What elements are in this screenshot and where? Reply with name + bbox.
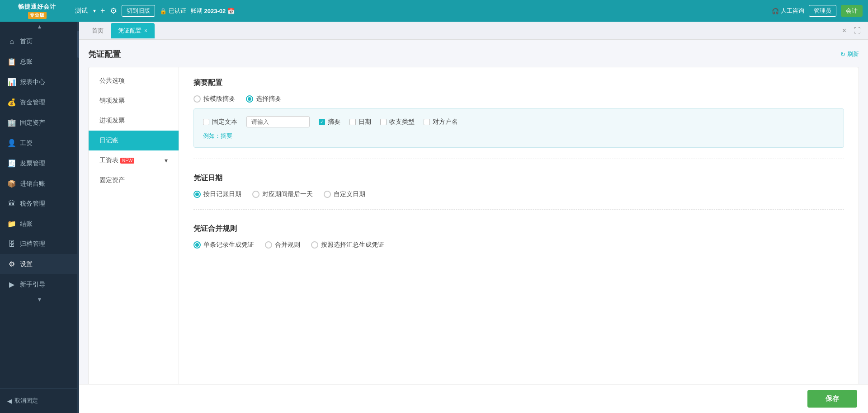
summary-title: 摘要配置 [193,78,844,88]
refresh-button[interactable]: ↻ 刷新 [840,50,859,58]
old-version-button[interactable]: 切到旧版 [122,5,155,17]
calendar-icon[interactable]: 📅 [227,8,235,14]
date-radio-journal[interactable]: 按日记账日期 [193,190,241,198]
sidebar-item-home[interactable]: ⌂ 首页 [0,32,79,52]
header-right: 🎧 人工咨询 管理员 会计 [772,5,863,17]
capital-icon: 💰 [7,98,16,107]
sidebar-item-sales[interactable]: 📦 进销台账 [0,174,79,194]
sidebar-label-capital: 资金管理 [20,99,45,107]
logo-sub: 专业版 [28,12,47,19]
merge-radio-group: 单条记录生成凭证 合并规则 按照选择汇总生成凭证 [193,241,844,249]
company-name: 测试 [75,7,88,15]
sidebar-item-tax[interactable]: 🏛 税务管理 [0,194,79,214]
archive-icon: 🗄 [7,240,16,248]
save-button[interactable]: 保存 [807,390,857,408]
summary-radio-template[interactable]: 按模版摘要 [193,95,235,103]
radio-rule-label: 合并规则 [275,241,300,249]
service-button[interactable]: 🎧 人工咨询 [772,7,804,15]
tab-controls: × ⛶ [840,25,863,37]
sidebar-item-archive[interactable]: 🗄 归档管理 [0,234,79,254]
left-nav-fixed-assets[interactable]: 固定资产 [89,170,179,190]
sidebar-label-tax: 税务管理 [20,200,45,208]
sidebar-item-assets[interactable]: 🏢 固定资产 [0,113,79,133]
close-window-icon[interactable]: × [840,25,848,37]
sidebar-item-invoice[interactable]: 🧾 发票管理 [0,153,79,174]
settings-icon: ⚙ [7,260,16,268]
radio-single-circle [193,241,201,249]
checkbox-inout-type[interactable]: 收支类型 [380,118,415,126]
checkbox-counterpart-label: 对方户名 [433,118,458,126]
admin-button[interactable]: 管理员 [809,5,836,17]
summary-section: 摘要配置 按模版摘要 选择摘要 [193,78,844,159]
cancel-fixed-button[interactable]: ◀ 取消固定 [0,392,79,409]
refresh-label: 刷新 [847,50,859,58]
radio-template-label: 按模版摘要 [203,95,235,103]
sidebar-bottom: ◀ 取消固定 [0,388,79,413]
sidebar-label-home: 首页 [20,38,33,46]
logo-area: 畅捷通好会计 专业版 [5,3,69,19]
sidebar-scroll-down[interactable]: ▼ [0,295,79,305]
date-section: 凭证日期 按日记账日期 对应期间最后一天 [193,174,844,210]
sidebar-scroll-up[interactable]: ▲ [0,22,79,32]
company-dropdown-icon[interactable]: ▾ [93,8,96,14]
save-bar: 保存 [79,384,868,413]
merge-section: 凭证合并规则 单条记录生成凭证 合并规则 [193,224,844,260]
merge-radio-rule[interactable]: 合并规则 [265,241,300,249]
sidebar-label-invoice: 发票管理 [20,160,45,168]
tab-home[interactable]: 首页 [85,23,111,38]
tab-voucher-config-label: 凭证配置 [118,27,142,35]
fullscreen-icon[interactable]: ⛶ [852,25,863,37]
certified-icon: 🔒 [160,8,167,14]
left-nav-payroll[interactable]: 工资表 NEW ▾ [89,150,179,170]
left-nav: 公共选项 销项发票 进项发票 日记账 工资表 NEW ▾ [89,67,179,404]
sidebar-item-salary[interactable]: 👤 工资 [0,133,79,153]
sidebar-item-ledger[interactable]: 📋 总账 [0,52,79,72]
sidebar-item-guide[interactable]: ▶ 新手引导 [0,274,79,295]
merge-radio-select-merge[interactable]: 按照选择汇总生成凭证 [311,241,384,249]
sidebar-item-capital[interactable]: 💰 资金管理 [0,92,79,113]
checkbox-fixed-text[interactable]: 固定文本 [203,118,237,126]
tab-close-icon[interactable]: × [144,28,147,34]
radio-custom-label: 自定义日期 [334,190,365,198]
date-radio-period-last[interactable]: 对应期间最后一天 [252,190,313,198]
radio-rule-circle [265,241,272,249]
page-content: 凭证配置 ↻ 刷新 公共选项 销项发票 进项发票 [79,40,868,413]
radio-single-label: 单条记录生成凭证 [203,241,254,249]
checkbox-counterpart[interactable]: 对方户名 [424,118,458,126]
accountant-button[interactable]: 会计 [841,5,863,17]
date-radio-custom[interactable]: 自定义日期 [324,190,365,198]
left-nav-purchase-invoice[interactable]: 进项发票 [89,111,179,131]
sidebar-item-closing[interactable]: 📁 结账 [0,214,79,234]
tab-voucher-config[interactable]: 凭证配置 × [111,23,155,38]
guide-icon: ▶ [7,280,16,289]
tax-icon: 🏛 [7,200,16,208]
fixed-text-input[interactable] [246,116,310,127]
checkbox-date[interactable]: 日期 [349,118,371,126]
checkbox-summary-box: ✓ [319,119,325,125]
logo-text: 畅捷通好会计 [18,3,56,11]
left-nav-purchase-invoice-label: 进项发票 [99,117,125,125]
radio-select-merge-circle [311,241,318,249]
salary-icon: 👤 [7,139,16,147]
left-nav-public[interactable]: 公共选项 [89,71,179,91]
page-title: 凭证配置 [88,49,121,60]
settings-icon-button[interactable]: ⚙ [110,6,117,16]
left-nav-public-label: 公共选项 [99,77,125,85]
sidebar-label-sales: 进销台账 [20,180,45,188]
cancel-fixed-label: 取消固定 [14,397,38,405]
checkbox-summary[interactable]: ✓ 摘要 [319,118,340,126]
left-nav-journal[interactable]: 日记账 [89,131,179,150]
radio-select-merge-label: 按照选择汇总生成凭证 [321,241,384,249]
sidebar-item-settings[interactable]: ⚙ 设置 [0,254,79,274]
radio-period-last-circle [252,191,259,198]
left-nav-sales-invoice[interactable]: 销项发票 [89,91,179,111]
sidebar-label-reports: 报表中心 [20,78,45,86]
date-radio-group: 按日记账日期 对应期间最后一天 自定义日期 [193,190,844,198]
new-badge: NEW [120,158,134,164]
sidebar-item-reports[interactable]: 📊 报表中心 [0,72,79,92]
add-button[interactable]: + [100,6,105,16]
period-info: 账期 2023-02 📅 [191,7,235,15]
left-nav-sales-invoice-label: 销项发票 [99,97,125,105]
summary-radio-select[interactable]: 选择摘要 [246,95,281,103]
merge-radio-single[interactable]: 单条记录生成凭证 [193,241,254,249]
